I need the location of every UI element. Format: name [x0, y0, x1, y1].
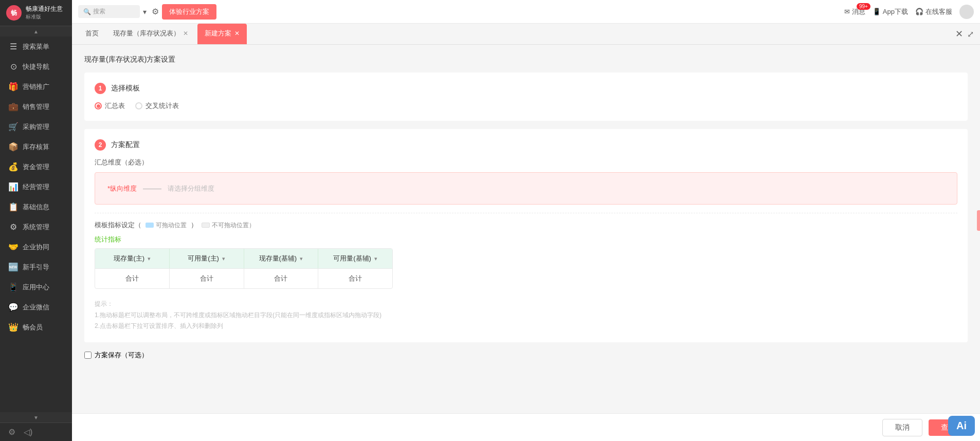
message-icon: ✉: [844, 8, 850, 15]
save-label: 方案保存（可选）: [95, 351, 148, 360]
tab-inventory-status[interactable]: 现存量（库存状况表） ✕: [106, 24, 195, 44]
sidebar-item-operation[interactable]: 📊经营管理: [0, 177, 72, 197]
tab-new-scheme-label: 新建方案: [205, 29, 231, 38]
search-bar[interactable]: 🔍 搜索: [78, 5, 140, 18]
nav-label-member: 畅会员: [23, 323, 43, 332]
settings-icon[interactable]: ⚙: [8, 427, 15, 437]
sidebar-bottom: ⚙ ◁): [0, 422, 72, 441]
legend-non-draggable: 不可拖动位置）: [202, 221, 255, 230]
non-draggable-label: 不可拖动位置）: [212, 221, 255, 230]
stats-col-col4[interactable]: 可用量(基辅)▾: [318, 249, 392, 268]
tab-new-scheme[interactable]: 新建方案 ✕: [197, 24, 247, 44]
online-service-button[interactable]: 🎧 在线客服: [915, 7, 952, 16]
tab-new-scheme-close[interactable]: ✕: [234, 30, 240, 37]
nav-label-sales: 销售管理: [23, 102, 49, 112]
sidebar-item-system[interactable]: ⚙系统管理: [0, 217, 72, 237]
radio-summary[interactable]: 汇总表: [95, 101, 125, 111]
tip-item2: 2.点击标题栏下拉可设置排序、插入列和删除列: [95, 322, 223, 329]
stats-col-col1[interactable]: 现存量(主)▾: [95, 249, 170, 268]
stats-table-body: 合计合计合计合计: [95, 268, 392, 288]
step1-num: 1: [95, 83, 106, 94]
trial-button[interactable]: 体验行业方案: [162, 4, 216, 20]
col-arrow-col1[interactable]: ▾: [148, 255, 151, 262]
nav-icon-operation: 📊: [8, 182, 19, 192]
col-arrow-col3[interactable]: ▾: [300, 255, 303, 262]
step2-header: 2 方案配置: [95, 139, 957, 151]
dimension-placeholder: 请选择分组维度: [168, 184, 214, 193]
nav-icon-system: ⚙: [8, 222, 19, 232]
page-title: 现存量(库存状况表)方案设置: [84, 55, 968, 64]
sidebar-item-member[interactable]: 👑畅会员: [0, 317, 72, 337]
nav-label-guide: 新手引导: [23, 263, 49, 272]
expand-panel-icon[interactable]: ⤢: [967, 29, 974, 39]
tips-area: 提示： 1.拖动标题栏可以调整布局，不可跨维度或指标区域拖动栏目字段(只能在同一…: [95, 299, 957, 332]
radio-cross-label: 交叉统计表: [146, 101, 179, 111]
main-area: 🔍 搜索 ▾ ⚙ 体验行业方案 ✉ 消息 99+ 📱 App下载 🎧 在线客服: [72, 0, 980, 441]
logo-name: 畅康通好生意: [26, 5, 63, 13]
logo-sub: 标准版: [26, 13, 63, 21]
stats-col-col3[interactable]: 现存量(基辅)▾: [244, 249, 319, 268]
stats-cell-col1: 合计: [95, 269, 170, 288]
sidebar-item-purchase[interactable]: 🛒采购管理: [0, 117, 72, 137]
dropdown-arrow[interactable]: ▾: [143, 8, 147, 16]
non-draggable-legend-box: [202, 223, 210, 228]
summary-dimension-label: 汇总维度（必选）: [95, 158, 957, 167]
sidebar-item-marketing[interactable]: 🎁营销推广: [0, 77, 72, 97]
cancel-button[interactable]: 取消: [882, 419, 922, 436]
nav-icon-inventory: 📦: [8, 142, 19, 152]
sidebar-scroll-down[interactable]: ▼: [0, 412, 72, 422]
nav-label-finance: 资金管理: [23, 162, 49, 172]
tips-title: 提示：: [95, 300, 113, 307]
tab-home[interactable]: 首页: [78, 24, 106, 44]
col-arrow-col4[interactable]: ▾: [374, 255, 377, 262]
tab-home-label: 首页: [85, 29, 99, 38]
nav-label-enterprise: 企业协同: [23, 243, 49, 252]
nav-label-basic-info: 基础信息: [23, 203, 49, 212]
app-download-button[interactable]: 📱 App下载: [873, 7, 908, 16]
user-avatar[interactable]: [959, 5, 974, 19]
sidebar-item-quick-nav[interactable]: ⊙快捷导航: [0, 57, 72, 77]
logo-icon: 畅: [6, 5, 22, 21]
step1-card: 1 选择模板 汇总表 交叉统计表: [84, 72, 968, 121]
headset-icon: 🎧: [915, 8, 923, 15]
save-option: 方案保存（可选）: [84, 351, 968, 360]
sidebar-item-sales[interactable]: 💼销售管理: [0, 97, 72, 117]
sidebar-item-basic-info[interactable]: 📋基础信息: [0, 197, 72, 217]
col-arrow-col2[interactable]: ▾: [222, 255, 225, 262]
tip-item1: 1.拖动标题栏可以调整布局，不可跨维度或指标区域拖动栏目字段(只能在同一维度或指…: [95, 311, 382, 319]
sidebar-item-guide[interactable]: 🆕新手引导: [0, 257, 72, 277]
message-badge: 99+: [857, 3, 870, 10]
gear-icon[interactable]: ⚙: [152, 7, 159, 16]
sidebar-item-inventory[interactable]: 📦库存核算: [0, 137, 72, 157]
sidebar-scroll-up[interactable]: ▲: [0, 26, 72, 36]
stats-col-col2[interactable]: 可用量(主)▾: [170, 249, 244, 268]
message-button[interactable]: ✉ 消息 99+: [844, 7, 865, 16]
phone-icon: 📱: [873, 8, 881, 15]
radio-summary-circle: [95, 102, 102, 109]
nav-icon-quick-nav: ⊙: [8, 62, 19, 71]
ai-badge[interactable]: Ai: [948, 416, 975, 436]
sidebar-item-wechat[interactable]: 💬企业微信: [0, 297, 72, 317]
step2-card: 2 方案配置 汇总维度（必选） *纵向维度 —— 请选择分组维度 模板指标设定（: [84, 129, 968, 342]
close-panel-icon[interactable]: ✕: [955, 28, 963, 40]
draggable-legend-box: [146, 223, 154, 228]
stats-cell-col4: 合计: [318, 269, 392, 288]
nav-icon-basic-info: 📋: [8, 202, 19, 212]
tabs-bar: 首页 现存量（库存状况表） ✕ 新建方案 ✕ ✕ ⤢: [72, 24, 980, 45]
tab-inventory-close[interactable]: ✕: [183, 30, 188, 37]
search-icon: 🔍: [83, 8, 91, 15]
dimension-area[interactable]: *纵向维度 —— 请选择分组维度: [95, 172, 957, 205]
sidebar-item-app-center[interactable]: 📱应用中心: [0, 277, 72, 297]
right-edge-handle[interactable]: [977, 210, 980, 231]
sidebar-item-search-menu[interactable]: ☰搜索菜单: [0, 36, 72, 57]
save-checkbox[interactable]: [84, 352, 92, 359]
radio-cross[interactable]: 交叉统计表: [135, 101, 179, 111]
nav-label-system: 系统管理: [23, 223, 49, 232]
sound-icon[interactable]: ◁): [24, 427, 32, 437]
nav-label-marketing: 营销推广: [23, 82, 49, 91]
sidebar-item-enterprise[interactable]: 🤝企业协同: [0, 237, 72, 257]
main-content: 现存量(库存状况表)方案设置 1 选择模板 汇总表 交叉统计表: [72, 45, 980, 441]
topbar-left: 🔍 搜索 ▾ ⚙ 体验行业方案: [78, 4, 840, 20]
nav-icon-purchase: 🛒: [8, 122, 19, 132]
sidebar-item-finance[interactable]: 💰资金管理: [0, 157, 72, 177]
